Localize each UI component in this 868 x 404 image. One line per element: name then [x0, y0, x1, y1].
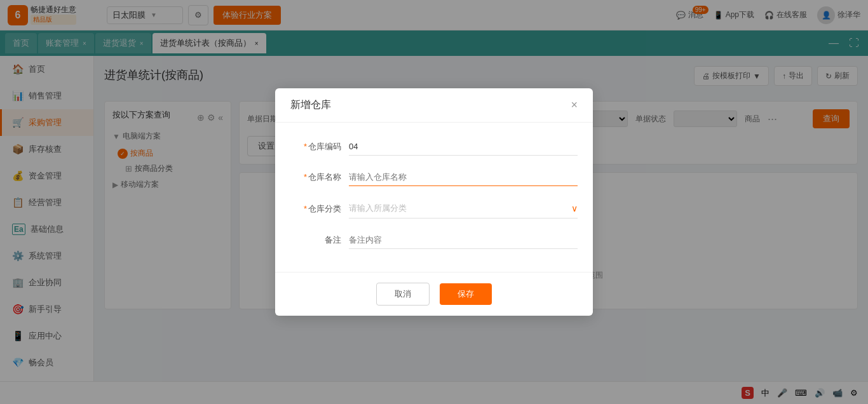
warehouse-name-label: *仓库名称	[290, 172, 341, 183]
warehouse-code-row: *仓库编码	[290, 138, 578, 156]
dialog-overlay: 新增仓库 × *仓库编码 *仓库名称 *仓库分类	[0, 0, 868, 404]
remark-label: 备注	[290, 234, 341, 246]
warehouse-code-label: *仓库编码	[290, 141, 341, 152]
warehouse-category-label: *仓库分类	[290, 203, 341, 215]
warehouse-category-placeholder: 请输入所属分类	[349, 203, 407, 214]
cancel-button[interactable]: 取消	[376, 283, 430, 306]
warehouse-category-arrow: ∨	[571, 203, 578, 213]
dialog-close-button[interactable]: ×	[571, 98, 578, 112]
warehouse-code-input[interactable]	[349, 138, 578, 156]
warehouse-name-row: *仓库名称	[290, 168, 578, 186]
remark-row: 备注	[290, 231, 578, 249]
save-button[interactable]: 保存	[440, 283, 492, 305]
new-warehouse-dialog: 新增仓库 × *仓库编码 *仓库名称 *仓库分类	[275, 88, 593, 316]
dialog-body: *仓库编码 *仓库名称 *仓库分类 请输入所属分类 ∨	[275, 123, 593, 272]
dialog-footer: 取消 保存	[275, 272, 593, 316]
dialog-header: 新增仓库 ×	[275, 88, 593, 123]
warehouse-name-input[interactable]	[349, 168, 578, 186]
dialog-title: 新增仓库	[290, 98, 331, 112]
warehouse-category-select[interactable]: 请输入所属分类 ∨	[349, 199, 578, 219]
warehouse-category-row: *仓库分类 请输入所属分类 ∨	[290, 199, 578, 219]
remark-input[interactable]	[349, 231, 578, 249]
